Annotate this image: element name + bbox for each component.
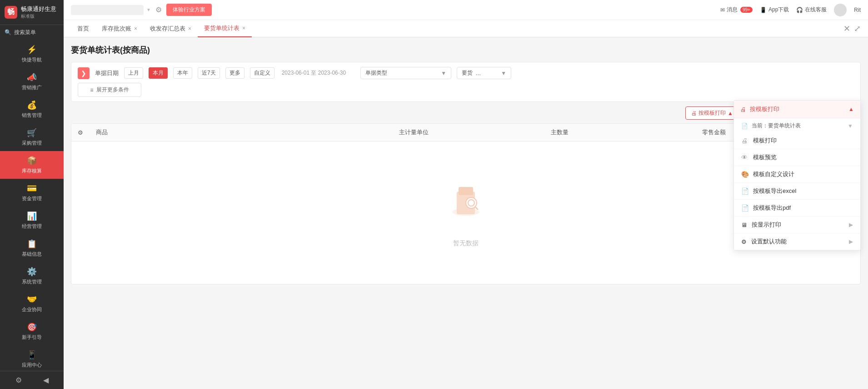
tab-batch-account[interactable]: 库存批次账 ×	[95, 20, 144, 37]
quick-nav-icon: ⚡	[27, 45, 37, 55]
topbar: ▼ ⚙ 体验行业方案 ✉ 消息 99+ 📱 App下载 🎧 在线客服 Rit	[64, 0, 868, 20]
tab-order-stats[interactable]: 要货单统计表 ×	[198, 20, 252, 37]
col-product-header: 商品	[96, 128, 399, 136]
tab-receipt-summary[interactable]: 收发存汇总表 ×	[144, 20, 198, 37]
sidebar-item-guide[interactable]: 🎯 新手引导	[0, 318, 64, 345]
sidebar-item-sales[interactable]: 💰 销售管理	[0, 96, 64, 123]
order-type-select[interactable]: 单据类型 ▼	[360, 67, 451, 79]
marketing-icon: 📣	[27, 72, 37, 82]
sidebar-item-system[interactable]: ⚙️ 系统管理	[0, 262, 64, 290]
basic-icon: 📋	[27, 239, 37, 249]
print-chevron-up: ▲	[728, 110, 733, 116]
topbar-search-input[interactable]	[71, 5, 144, 15]
tab-close-all-btn[interactable]: ✕	[843, 25, 850, 33]
user-avatar[interactable]	[834, 4, 847, 16]
search-dropdown-arrow[interactable]: ▼	[146, 7, 151, 12]
dropdown-header[interactable]: 🖨 按模板打印 ▲	[734, 101, 860, 118]
sidebar-item-apps[interactable]: 📱 应用中心	[0, 345, 64, 371]
close-order-stats[interactable]: ×	[242, 20, 245, 37]
online-service-area[interactable]: 🎧 在线客服	[796, 6, 827, 14]
template-export-excel-item[interactable]: 📄 按模板导出excel	[734, 183, 860, 200]
app-download-icon: 📱	[760, 7, 767, 13]
main-content: ▼ ⚙ 体验行业方案 ✉ 消息 99+ 📱 App下载 🎧 在线客服 Rit	[64, 0, 868, 389]
trial-industry-btn[interactable]: 体验行业方案	[166, 4, 212, 16]
dropdown-collapse-icon[interactable]: ▲	[848, 106, 854, 112]
template-preview-item[interactable]: 👁 模板预览	[734, 149, 860, 166]
date-btn-custom[interactable]: 自定义	[250, 67, 274, 79]
sales-icon: 💰	[27, 100, 37, 110]
print-template-btn[interactable]: 🖨 按模板打印 ▲	[685, 106, 739, 120]
sidebar-nav: ⚡ 快捷导航 📣 营销推广 💰 销售管理 🛒 采购管理 📦 库存核算 💳 资金管…	[0, 40, 64, 371]
topbar-right: ✉ 消息 99+ 📱 App下载 🎧 在线客服 Rit	[720, 4, 861, 16]
inventory-icon: 📦	[27, 156, 37, 166]
sidebar-item-quick-nav[interactable]: ⚡ 快捷导航	[0, 40, 64, 68]
messages-icon: ✉	[720, 7, 725, 13]
guide-icon: 🎯	[27, 322, 37, 332]
settings-bottom-icon[interactable]: ⚙	[15, 376, 22, 384]
sidebar-item-basic[interactable]: 📋 基础信息	[0, 234, 64, 262]
tabbar: 首页 库存批次账 × 收发存汇总表 × 要货单统计表 × ✕ ⤢	[64, 20, 868, 37]
date-btn-more[interactable]: 更多	[225, 67, 244, 79]
ellipsis-icon: …	[475, 70, 481, 76]
template-export-pdf-item[interactable]: 📄 按模板导出pdf	[734, 200, 860, 217]
app-download-area[interactable]: 📱 App下载	[760, 6, 789, 14]
date-range-display: 2023-06-01 至 2023-06-30	[282, 69, 346, 77]
display-print-icon: 🖥	[741, 222, 747, 228]
sidebar-item-collab[interactable]: 🤝 企业协同	[0, 290, 64, 318]
expand-chevron-icon: ≡	[90, 87, 93, 93]
filter-bar: ❯ 单据日期 上月 本月 本年 近7天 更多 自定义 2023-06-01 至 …	[71, 62, 861, 102]
collab-icon: 🤝	[27, 294, 37, 304]
sidebar-search[interactable]: 🔍 搜索菜单	[0, 25, 64, 40]
template-expand-arrow[interactable]: ▼	[848, 123, 853, 129]
set-default-item[interactable]: ⚙ 设置默认功能 ▶	[734, 233, 860, 250]
messages-area[interactable]: ✉ 消息 99+	[720, 6, 753, 14]
print-header-icon: 🖨	[740, 106, 746, 113]
expand-more-btn[interactable]: ≡ 展开更多条件	[78, 83, 141, 97]
col-qty-header: 主数量	[551, 128, 703, 136]
svg-rect-2	[459, 187, 473, 195]
username-label: Rit	[854, 7, 861, 13]
set-default-arrow: ▶	[849, 238, 853, 245]
close-batch-account[interactable]: ×	[134, 20, 137, 37]
template-custom-item[interactable]: 🎨 模板自定义设计	[734, 166, 860, 183]
finance-icon: 💳	[27, 183, 37, 193]
topbar-left: ▼ ⚙ 体验行业方案	[71, 4, 212, 16]
topbar-gear-icon[interactable]: ⚙	[155, 5, 162, 14]
apps-icon: 📱	[27, 350, 37, 360]
app-logo-icon: 畅	[5, 6, 17, 19]
purchase-icon: 🛒	[27, 128, 37, 138]
page-content: 要货单统计表(按商品) ❯ 单据日期 上月 本月 本年 近7天 更多 自定义 2…	[64, 37, 868, 389]
template-print-icon: 🖨	[741, 137, 748, 144]
col-unit-header: 主计量单位	[399, 128, 551, 136]
sidebar-logo: 畅 畅康通好生意 标准版	[0, 0, 64, 25]
app-logo-text: 畅康通好生意 标准版	[21, 5, 56, 19]
filter-expand-btn[interactable]: ❯	[78, 67, 90, 79]
tab-home[interactable]: 首页	[71, 20, 95, 37]
close-receipt-summary[interactable]: ×	[188, 20, 191, 37]
operations-icon: 📊	[27, 211, 37, 221]
template-doc-icon: 📄	[741, 123, 748, 129]
headset-icon: 🎧	[796, 7, 803, 13]
order-type-arrow: ▼	[441, 70, 446, 76]
sidebar-item-inventory[interactable]: 📦 库存核算	[0, 151, 64, 179]
col-gear[interactable]: ⚙	[78, 129, 96, 136]
date-btn-this-month[interactable]: 本月	[149, 67, 168, 79]
set-default-icon: ⚙	[741, 238, 747, 245]
display-print-item[interactable]: 🖥 按显示打印 ▶	[734, 217, 860, 233]
search-icon: 🔍	[5, 29, 11, 35]
template-custom-icon: 🎨	[741, 171, 748, 178]
volume-icon[interactable]: ◀	[43, 376, 49, 384]
date-btn-last-7-days[interactable]: 近7天	[198, 67, 220, 79]
template-print-item[interactable]: 🖨 模板打印	[734, 132, 860, 149]
date-btn-last-month[interactable]: 上月	[124, 67, 143, 79]
current-template-row: 📄 当前：要货单统计表 ▼	[734, 118, 860, 132]
sidebar-item-operations[interactable]: 📊 经营管理	[0, 207, 64, 234]
order-category-select[interactable]: 要货 … ▼	[457, 67, 511, 79]
sidebar-item-marketing[interactable]: 📣 营销推广	[0, 68, 64, 96]
template-export-pdf-icon: 📄	[741, 204, 748, 212]
date-btn-this-year[interactable]: 本年	[173, 67, 192, 79]
sidebar-item-purchase[interactable]: 🛒 采购管理	[0, 123, 64, 151]
tab-maximize-btn[interactable]: ⤢	[854, 25, 861, 33]
sidebar-item-finance[interactable]: 💳 资金管理	[0, 179, 64, 207]
page-title: 要货单统计表(按商品)	[71, 45, 861, 56]
